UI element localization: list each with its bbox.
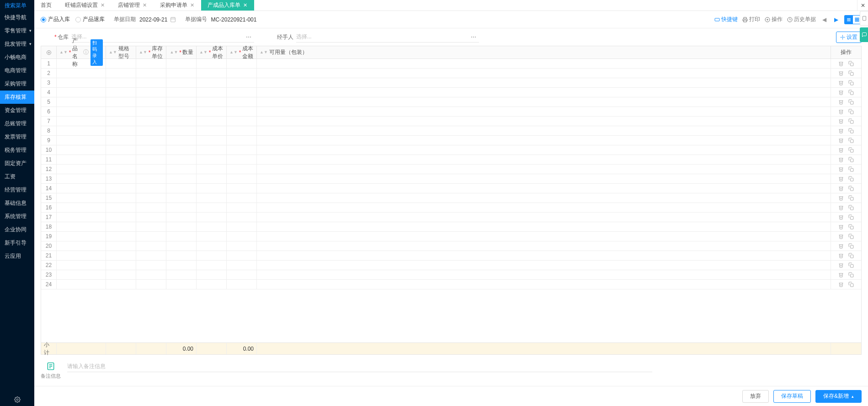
cell-spec[interactable] [106, 165, 136, 174]
save-new-button[interactable]: 保存&新增 ▴ [815, 390, 862, 403]
cell-product[interactable] [57, 126, 106, 135]
cell-unit[interactable] [136, 145, 166, 155]
cell-cost[interactable] [197, 270, 227, 279]
cell-unit[interactable] [136, 241, 166, 251]
table-row[interactable]: 3 [41, 78, 861, 88]
cell-cost[interactable] [197, 261, 227, 270]
table-row[interactable]: 4 [41, 88, 861, 97]
radio-product-return[interactable]: 产品退库 [75, 16, 105, 23]
delete-icon[interactable] [838, 166, 844, 172]
cell-available[interactable] [257, 117, 831, 126]
cell-qty[interactable] [166, 97, 197, 107]
cell-cost[interactable] [197, 222, 227, 231]
cell-product[interactable] [57, 165, 106, 174]
table-row[interactable]: 5 [41, 97, 861, 107]
delete-icon[interactable] [838, 224, 844, 230]
sidebar-item-0[interactable]: 快捷导航 [0, 11, 34, 24]
cell-amount[interactable] [227, 126, 257, 135]
delete-icon[interactable] [838, 214, 844, 220]
copy-icon[interactable] [848, 90, 854, 95]
copy-icon[interactable] [848, 243, 854, 249]
cell-available[interactable] [257, 270, 831, 279]
cell-spec[interactable] [106, 59, 136, 68]
rail-item-1[interactable] [860, 11, 868, 26]
cell-unit[interactable] [136, 97, 166, 107]
cell-qty[interactable] [166, 117, 197, 126]
cell-available[interactable] [257, 184, 831, 193]
table-row[interactable]: 21 [41, 251, 861, 261]
cell-unit[interactable] [136, 203, 166, 212]
cell-available[interactable] [257, 222, 831, 231]
table-row[interactable]: 22 [41, 261, 861, 270]
cell-cost[interactable] [197, 136, 227, 145]
remark-input[interactable]: 请输入备注信息 [67, 361, 652, 372]
cell-unit[interactable] [136, 222, 166, 231]
sidebar-item-12[interactable]: 工资 [0, 170, 34, 183]
copy-icon[interactable] [848, 80, 854, 85]
header-index[interactable] [41, 46, 57, 59]
cell-available[interactable] [257, 241, 831, 251]
cell-product[interactable] [57, 78, 106, 87]
sidebar-item-9[interactable]: 发票管理 [0, 130, 34, 144]
cell-spec[interactable] [106, 251, 136, 260]
close-icon[interactable]: ✕ [190, 2, 194, 8]
cell-amount[interactable] [227, 97, 257, 107]
cell-spec[interactable] [106, 145, 136, 155]
cell-amount[interactable] [227, 155, 257, 164]
close-icon[interactable]: ✕ [143, 2, 147, 8]
cell-product[interactable] [57, 107, 106, 116]
handler-select[interactable]: 选择... ⋯ [296, 32, 479, 43]
cell-cost[interactable] [197, 117, 227, 126]
cell-amount[interactable] [227, 222, 257, 231]
table-row[interactable]: 10 [41, 145, 861, 155]
cell-available[interactable] [257, 97, 831, 107]
cell-unit[interactable] [136, 117, 166, 126]
cell-amount[interactable] [227, 270, 257, 279]
cell-product[interactable] [57, 270, 106, 279]
sidebar-item-5[interactable]: 采购管理 [0, 77, 34, 91]
table-row[interactable]: 14 [41, 184, 861, 193]
copy-icon[interactable] [848, 157, 854, 162]
table-row[interactable]: 6 [41, 107, 861, 117]
cell-cost[interactable] [197, 97, 227, 107]
cell-spec[interactable] [106, 213, 136, 222]
cell-unit[interactable] [136, 78, 166, 87]
cell-product[interactable] [57, 193, 106, 203]
cell-qty[interactable] [166, 213, 197, 222]
cell-spec[interactable] [106, 136, 136, 145]
delete-icon[interactable] [838, 109, 844, 114]
cell-qty[interactable] [166, 174, 197, 183]
delete-icon[interactable] [838, 282, 844, 287]
cell-cost[interactable] [197, 78, 227, 87]
cell-unit[interactable] [136, 270, 166, 279]
table-row[interactable]: 19 [41, 232, 861, 241]
cell-product[interactable] [57, 174, 106, 183]
cell-available[interactable] [257, 280, 831, 289]
delete-icon[interactable] [838, 272, 844, 278]
rail-item-2[interactable] [860, 27, 868, 42]
cell-available[interactable] [257, 155, 831, 164]
cell-product[interactable] [57, 213, 106, 222]
cell-cost[interactable] [197, 251, 227, 260]
delete-icon[interactable] [838, 128, 844, 134]
delete-icon[interactable] [838, 253, 844, 258]
delete-icon[interactable] [838, 70, 844, 76]
cell-spec[interactable] [106, 78, 136, 87]
sidebar-item-13[interactable]: 经营管理 [0, 183, 34, 197]
table-row[interactable]: 18 [41, 222, 861, 232]
copy-icon[interactable] [848, 138, 854, 143]
cell-qty[interactable] [166, 184, 197, 193]
tab-3[interactable]: 采购申请单✕ [154, 0, 201, 11]
cell-available[interactable] [257, 203, 831, 212]
sidebar-item-6[interactable]: 库存核算 [0, 91, 34, 104]
table-row[interactable]: 24 [41, 280, 861, 289]
sidebar-item-18[interactable]: 云应用 [0, 250, 34, 263]
table-row[interactable]: 9 [41, 136, 861, 145]
cell-spec[interactable] [106, 174, 136, 183]
cell-spec[interactable] [106, 203, 136, 212]
cell-product[interactable] [57, 97, 106, 107]
header-unit[interactable]: ▲▼ * 库存单位 [136, 46, 166, 59]
cell-product[interactable] [57, 69, 106, 78]
cell-product[interactable] [57, 241, 106, 251]
save-draft-button[interactable]: 保存草稿 [773, 390, 811, 403]
